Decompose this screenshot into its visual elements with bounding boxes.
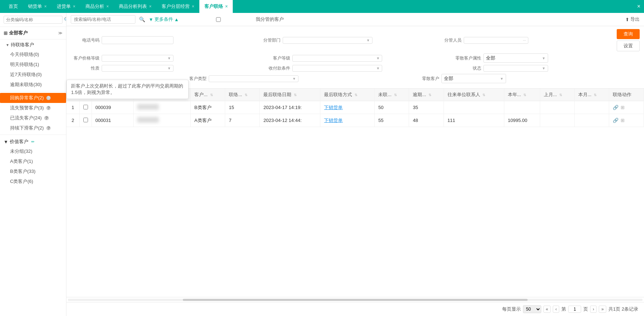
td-contact-2: 7: [225, 114, 260, 127]
sidebar-item-ungrouped[interactable]: 未分组(32): [0, 146, 66, 156]
status-select[interactable]: ▼: [483, 65, 548, 72]
sidebar-item-lost-warning[interactable]: 流失预警客户(3) ?: [0, 103, 66, 113]
pagination: 每页显示 50 20 100 « ‹ 第 页 › » 共1页 2条记录: [66, 302, 644, 316]
all-customers-header[interactable]: ⊞ 全部客户 ≫: [0, 27, 66, 39]
th-not-contacted[interactable]: 未联... ⇅: [375, 89, 409, 101]
close-all-tabs-icon[interactable]: ×: [637, 3, 640, 10]
arrow-down-icon2: ▼: [4, 139, 8, 145]
close-sales-order-icon[interactable]: ×: [44, 4, 47, 9]
th-category[interactable]: 客户... ⇅: [191, 89, 225, 101]
pending-contact-group[interactable]: ▼ 待联络客户: [0, 39, 66, 49]
td-last-way-1[interactable]: 下销货单: [320, 101, 375, 114]
manager-select[interactable]: ···: [464, 37, 528, 44]
customer-level-select[interactable]: ▼: [292, 55, 382, 62]
sidebar-item-overdue[interactable]: 逾期未联络(30): [0, 80, 66, 90]
nav-product-analysis[interactable]: 商品分析 ×: [80, 0, 114, 13]
next-page-btn[interactable]: ›: [590, 306, 597, 313]
sidebar-item-today[interactable]: 今天待联络(0): [0, 49, 66, 60]
tooltip-box: 距客户上次交易时长，超过了此客户的平均交易周期的1.5倍，则视为异常。: [66, 80, 189, 99]
td-check-2: [79, 114, 92, 127]
settings-button[interactable]: 设置: [617, 41, 640, 51]
customer-type-select[interactable]: ▼: [209, 75, 298, 82]
phone-input[interactable]: [102, 36, 173, 44]
link-action-icon-2[interactable]: 🔗: [613, 118, 618, 123]
gender-arrow: ▼: [167, 66, 171, 70]
th-last-month[interactable]: 上月... ⇅: [540, 89, 574, 101]
nav-home[interactable]: 首页: [4, 0, 23, 13]
sidebar-item-continuously-down[interactable]: 持续下滑客户(2) ?: [0, 123, 66, 133]
nav-customer-segmentation[interactable]: 客户分层经营 ×: [157, 0, 199, 13]
nav-customer-contact[interactable]: 客户联络 ×: [199, 0, 233, 13]
retail-attr-label: 零散客户属性: [453, 55, 481, 61]
sidebar-search-input[interactable]: [4, 16, 62, 24]
department-select[interactable]: ▼: [283, 37, 372, 44]
th-this-month[interactable]: 本月... ⇅: [574, 89, 609, 101]
customer-name-blurred-2: [137, 117, 159, 123]
price-level-arrow: ▼: [167, 56, 171, 60]
payment-arrow: ▼: [376, 66, 380, 70]
sort-last-month-icon: ⇅: [559, 93, 562, 97]
divider2: [0, 135, 66, 135]
td-last-way-2[interactable]: 下销货单: [320, 114, 375, 127]
nav-sales-order[interactable]: 销货单 ×: [23, 0, 52, 13]
gender-select[interactable]: ▼: [102, 65, 173, 72]
last-page-btn[interactable]: »: [599, 306, 606, 313]
more-conditions-btn[interactable]: ▼ 更多条件 ▲: [149, 16, 179, 23]
my-customers-checkbox[interactable]: [182, 17, 254, 22]
price-level-select[interactable]: ▼: [102, 55, 173, 62]
value-customers-group[interactable]: ▼ 价值客户 ✏: [0, 136, 66, 146]
close-product-analysis-icon[interactable]: ×: [106, 4, 109, 9]
th-company-contact[interactable]: 往来单位联系人 ⇅: [444, 89, 504, 101]
sidebar-item-tomorrow[interactable]: 明天待联络(1): [0, 60, 66, 70]
th-this-year[interactable]: 本年... ⇅: [504, 89, 540, 101]
retail-attr-select[interactable]: 全部 ▼: [483, 53, 548, 63]
export-btn[interactable]: ⬆ 导出: [625, 16, 640, 23]
horizontal-scrollbar[interactable]: [66, 297, 644, 302]
td-company-contact-2: 111: [444, 114, 504, 127]
td-overdue-2: 48: [409, 114, 444, 127]
arrow-down-icon: ▼: [6, 43, 9, 47]
payment-select[interactable]: ▼: [292, 65, 382, 72]
sidebar-item-already-lost[interactable]: 已流失客户(24) ?: [0, 113, 66, 123]
first-page-btn[interactable]: «: [543, 306, 551, 313]
query-button[interactable]: 查询: [617, 29, 640, 39]
search-input[interactable]: [71, 15, 135, 24]
sort-this-year-icon: ⇅: [523, 93, 526, 97]
sidebar-item-a-class[interactable]: A类客户(1): [0, 156, 66, 166]
close-product-analysis-list-icon[interactable]: ×: [149, 4, 152, 9]
row2-checkbox[interactable]: [83, 118, 88, 122]
nav-product-analysis-list[interactable]: 商品分析列表 ×: [114, 0, 157, 13]
grid-action-icon-2[interactable]: ⊞: [621, 118, 625, 123]
sidebar-item-c-class[interactable]: C类客户(6): [0, 176, 66, 187]
retail-customer-select[interactable]: 全部 ▼: [441, 74, 506, 83]
edit-icon[interactable]: ✏: [31, 140, 34, 144]
help-icon2: ?: [46, 106, 51, 110]
per-page-select[interactable]: 50 20 100: [523, 305, 541, 313]
sidebar-item-b-class[interactable]: B类客户(33): [0, 166, 66, 176]
th-last-contact-way[interactable]: 最后联络方式 ⇅: [320, 89, 375, 101]
prev-page-btn[interactable]: ‹: [553, 306, 559, 313]
search-bar-icon[interactable]: 🔍: [139, 16, 145, 22]
close-customer-contact-icon[interactable]: ×: [225, 4, 228, 9]
grid-action-icon-1[interactable]: ⊞: [621, 105, 625, 110]
sidebar-item-repurchase-abnormal[interactable]: 回购异常客户(2) ?: [0, 93, 66, 103]
filter-col-price-level: 客户价格等级 ▼: [71, 55, 258, 62]
sidebar-search-icon[interactable]: 🔍: [64, 17, 66, 23]
filter-col-customer-type: 客户类型 ▼: [178, 75, 407, 82]
filter-col-phone: 电话号码: [71, 36, 248, 44]
sort-overdue-icon: ⇅: [428, 93, 431, 97]
th-contact[interactable]: 联络... ⇅: [225, 89, 260, 101]
main-layout: 🔍 ⊞ 全部客户 ≫ ▼ 待联络客户 今天待联络(0) 明天待联络(1) 近7天…: [0, 13, 644, 316]
row1-checkbox[interactable]: [83, 105, 88, 109]
gender-label: 性质: [71, 65, 99, 71]
nav-purchase-order[interactable]: 进货单 ×: [52, 0, 80, 13]
action-icons-2: 🔗 ⊞: [613, 118, 640, 123]
sidebar-item-7days[interactable]: 近7天待联络(0): [0, 70, 66, 80]
filter-col-gender: 性质 ▼: [71, 65, 258, 72]
close-customer-segmentation-icon[interactable]: ×: [192, 4, 194, 9]
close-purchase-order-icon[interactable]: ×: [73, 4, 75, 9]
page-input[interactable]: [568, 306, 581, 313]
th-last-contact-date[interactable]: 最后联络日期 ⇅: [260, 89, 320, 101]
link-action-icon-1[interactable]: 🔗: [613, 105, 618, 110]
th-overdue[interactable]: 逾期... ⇅: [409, 89, 444, 101]
